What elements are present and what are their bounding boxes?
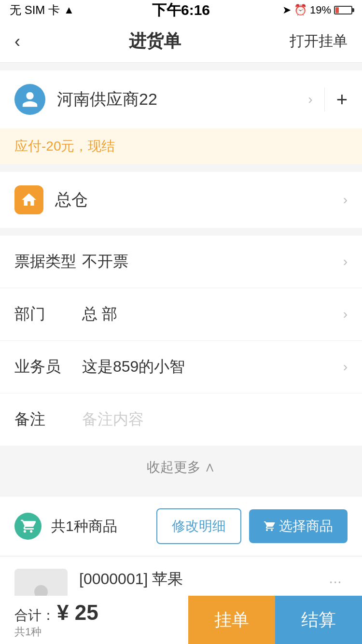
page-title: 进货单 — [129, 29, 181, 53]
open-pending-button[interactable]: 打开挂单 — [290, 31, 348, 51]
battery-icon — [334, 6, 352, 14]
supplier-avatar — [14, 84, 45, 115]
product-name: [0000001] 苹果 — [79, 569, 323, 590]
warehouse-row[interactable]: 总仓 › — [0, 172, 362, 228]
footer-total: 合计： ¥ 25 共1种 — [0, 596, 188, 644]
hang-button[interactable]: 挂单 — [188, 596, 275, 644]
total-count: 共1种 — [14, 625, 174, 639]
home-icon — [20, 191, 38, 209]
supplier-name: 河南供应商22 — [57, 88, 308, 111]
invoice-label: 票据类型 — [14, 251, 82, 272]
product-header: 共1种商品 修改明细 选择商品 — [0, 497, 362, 556]
status-carrier: 无 SIM 卡 ▲ — [10, 2, 74, 18]
select-product-icon — [264, 520, 275, 532]
location-icon: ➤ — [282, 4, 291, 16]
total-amount: ¥ 25 — [57, 601, 98, 625]
collapse-row[interactable]: 收起更多 ∧ — [0, 446, 362, 489]
total-label: 合计： — [14, 606, 55, 625]
sales-value: 这是859的小智 — [82, 356, 343, 378]
sales-label: 业务员 — [14, 356, 82, 378]
status-bar: 无 SIM 卡 ▲ 下午6:16 ➤ ⏰ 19% — [0, 0, 362, 20]
carrier-text: 无 SIM 卡 — [10, 2, 60, 18]
dept-value: 总 部 — [82, 304, 343, 325]
select-product-label: 选择商品 — [279, 517, 333, 535]
warehouse-icon — [14, 185, 43, 214]
nav-bar: ‹ 进货单 打开挂单 — [0, 20, 362, 63]
select-product-button[interactable]: 选择商品 — [249, 509, 348, 543]
status-right: ➤ ⏰ 19% — [282, 4, 352, 16]
warehouse-name: 总仓 — [55, 189, 343, 211]
form-section: 票据类型 不开票 › 部门 总 部 › 业务员 这是859的小智 › 备注 备注… — [0, 236, 362, 446]
product-code: [0000001] — [79, 570, 148, 588]
note-row[interactable]: 备注 备注内容 — [0, 393, 362, 446]
status-time: 下午6:16 — [152, 0, 210, 20]
sales-row[interactable]: 业务员 这是859的小智 › — [0, 341, 362, 393]
invoice-chevron-icon: › — [343, 254, 348, 269]
note-input[interactable]: 备注内容 — [82, 409, 348, 430]
supplier-row[interactable]: 河南供应商22 › + — [0, 70, 362, 128]
alarm-icon: ⏰ — [294, 4, 307, 16]
dept-row[interactable]: 部门 总 部 › — [0, 288, 362, 341]
sales-chevron-icon: › — [343, 359, 348, 375]
dept-chevron-icon: › — [343, 307, 348, 322]
supplier-chevron-icon: › — [308, 92, 312, 107]
checkout-button[interactable]: 结算 — [275, 596, 362, 644]
wifi-icon: ▲ — [64, 4, 74, 16]
note-label: 备注 — [14, 409, 82, 430]
product-name-text: 苹果 — [152, 570, 183, 588]
battery-text: 19% — [310, 4, 331, 16]
supplier-section: 河南供应商22 › + 应付-20元，现结 — [0, 70, 362, 164]
product-more-button[interactable]: ··· — [323, 569, 348, 594]
person-icon — [21, 90, 39, 109]
divider — [324, 87, 325, 112]
cart-icon — [14, 513, 42, 540]
add-supplier-button[interactable]: + — [336, 89, 348, 111]
dept-label: 部门 — [14, 304, 82, 325]
edit-detail-button[interactable]: 修改明细 — [156, 508, 241, 544]
warehouse-chevron-icon: › — [343, 192, 348, 208]
warehouse-section: 总仓 › — [0, 172, 362, 228]
product-count: 共1种商品 — [51, 517, 156, 536]
back-button[interactable]: ‹ — [14, 31, 20, 52]
invoice-type-row[interactable]: 票据类型 不开票 › — [0, 236, 362, 288]
cart-svg — [20, 518, 36, 534]
footer: 合计： ¥ 25 共1种 挂单 结算 — [0, 596, 362, 644]
supplier-notice: 应付-20元，现结 — [0, 128, 362, 164]
invoice-value: 不开票 — [82, 251, 343, 272]
